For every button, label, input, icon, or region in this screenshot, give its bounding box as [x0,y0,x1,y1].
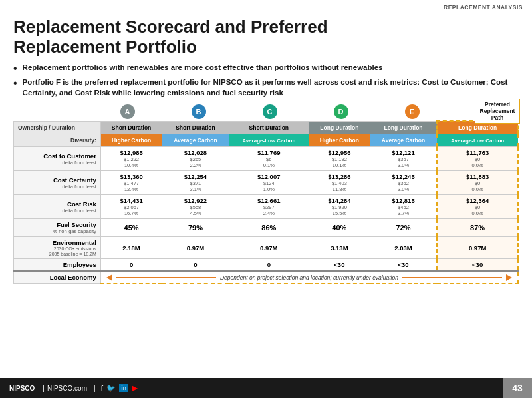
footer-sep: | [43,385,45,392]
table-wrap: A B C D E F Ownership / Duration Short D… [13,104,519,284]
cost-customer-label: Cost to Customer [17,152,96,160]
row-local-economy: Local Economy Dependent on project selec… [14,271,519,284]
th-e-ownership: Long Duration [370,121,437,134]
th-b-diversity: Average Carbon [162,134,229,147]
cost-risk-a: $14,431 $2,067 16.7% [100,195,162,219]
th-d-ownership: Long Duration [309,121,370,134]
employees-label: Employees [17,261,96,268]
col-letter-c: C [234,104,305,119]
cost-customer-c: $11,769 $6 0.1% [229,147,309,171]
row-environmental: Environmental 2030 CO₂ emissions2005 bas… [14,237,519,259]
col-letter-e: E [376,104,448,119]
bullet-text-2: Portfolio F is the preferred replacement… [23,77,519,98]
th-a-ownership: Short Duration [100,121,162,134]
cost-risk-f: $12,364 $0 0.0% [437,195,518,219]
fuel-security-label-cell: Fuel Security % non-gas capacity [14,219,101,237]
arrow-left-icon [106,274,112,281]
cost-customer-sub: delta from least [17,160,96,166]
th-diversity-label: Diversity: [14,134,101,147]
employees-e: <30 [370,259,437,272]
environmental-e: 2.03M [370,237,437,259]
cost-certainty-sub: delta from least [17,184,96,190]
circle-d: D [334,104,348,119]
local-economy-text: Dependent on project selection and locat… [220,274,398,281]
bullet-2: • Portfolio F is the preferred replaceme… [13,77,519,98]
cost-risk-b: $12,922 $558 4.5% [162,195,229,219]
fuel-security-c: 86% [229,219,309,237]
circle-c: C [263,104,277,119]
header-row-diversity: Diversity: Higher Carbon Average Carbon … [14,134,519,147]
cost-certainty-b: $12,254 $371 3.1% [162,171,229,195]
fuel-security-sub: % non-gas capacity [17,228,96,234]
fuel-security-f: 87% [437,219,518,237]
employees-c: 0 [229,259,309,272]
col-letter-a: A [92,104,163,119]
th-c-ownership: Short Duration [229,121,309,134]
th-e-diversity: Average Carbon [370,134,437,147]
th-d-diversity: Higher Carbon [309,134,370,147]
environmental-d: 3.13M [309,237,370,259]
main-title: Replacement Scorecard and Preferred Repl… [13,17,519,57]
th-f-diversity: Average-Low Carbon [437,134,518,147]
cost-risk-c: $12,661 $297 2.4% [229,195,309,219]
page: REPLACEMENT ANALYSIS Replacement Scoreca… [0,0,532,398]
footer-social-icons: f 🐦 in ▶ [101,383,138,393]
footer: NIPSCO | NIPSCO.com | f 🐦 in ▶ 43 [0,378,532,398]
environmental-b: 0.97M [162,237,229,259]
employees-b: 0 [162,259,229,272]
col-letters-spacer [13,104,92,119]
fuel-security-d: 40% [309,219,370,237]
local-economy-arrow-cell: Dependent on project selection and locat… [100,271,518,284]
cost-customer-b: $12,028 $265 2.2% [162,147,229,171]
linkedin-icon[interactable]: in [119,384,128,392]
row-cost-customer: Cost to Customer delta from least $12,98… [14,147,519,171]
th-c-diversity: Average-Low Carbon [229,134,309,147]
top-label: REPLACEMENT ANALYSIS [444,4,523,11]
row-fuel-security: Fuel Security % non-gas capacity 45% 79%… [14,219,519,237]
cost-certainty-f: $11,883 $0 0.0% [437,171,518,195]
environmental-label-cell: Environmental 2030 CO₂ emissions2005 bas… [14,237,101,259]
circle-e: E [405,104,420,119]
cost-certainty-e: $12,245 $362 3.0% [370,171,437,195]
employees-a: 0 [100,259,162,272]
twitter-icon[interactable]: 🐦 [106,384,116,393]
footer-sep2: | [94,385,96,392]
cost-customer-d: $12,956 $1,192 10.1% [309,147,370,171]
fuel-security-label: Fuel Security [17,221,96,228]
environmental-f: 0.97M [437,237,518,259]
cost-certainty-a: $13,360 $1,477 12.4% [100,171,162,195]
fuel-security-e: 72% [370,219,437,237]
facebook-icon[interactable]: f [101,383,104,393]
scorecard-table: Ownership / Duration Short Duration Shor… [13,120,519,284]
row-cost-certainty: Cost Certainty delta from least $13,360 … [14,171,519,195]
footer-logo: NIPSCO [9,385,35,392]
bullet-1: • Replacement portfolios with renewables… [13,63,519,75]
bullets: • Replacement portfolios with renewables… [13,63,519,99]
cost-risk-e: $12,815 $452 3.7% [370,195,437,219]
cost-risk-sub: delta from least [17,208,96,214]
bullet-text-1: Replacement portfolios with renewables a… [23,63,383,73]
cost-certainty-label: Cost Certainty [17,176,96,184]
local-economy-arrow-bar: Dependent on project selection and locat… [106,274,512,281]
footer-website: NIPSCO.com [47,385,87,392]
bullet-dot-1: • [13,63,17,75]
employees-d: <30 [309,259,370,272]
environmental-label: Environmental [17,239,96,246]
cost-customer-a: $12,985 $1,222 10.4% [100,147,162,171]
cost-certainty-label-cell: Cost Certainty delta from least [14,171,101,195]
environmental-c: 0.97M [229,237,309,259]
footer-page-number: 43 [503,378,532,398]
th-b-ownership: Short Duration [162,121,229,134]
youtube-icon[interactable]: ▶ [132,383,138,393]
col-letters: A B C D E F [13,104,519,119]
cost-certainty-c: $12,007 $124 1.0% [229,171,309,195]
environmental-sub: 2030 CO₂ emissions2005 baseline = 18.2M [17,246,96,256]
header-row-ownership: Ownership / Duration Short Duration Shor… [14,121,519,134]
local-economy-label: Local Economy [17,274,96,281]
bullet-dot-2: • [13,77,17,89]
fuel-security-b: 79% [162,219,229,237]
arrow-line-right [402,277,502,278]
col-letter-d: D [305,104,376,119]
cost-customer-e: $12,121 $357 3.0% [370,147,437,171]
cost-certainty-d: $13,286 $1,403 11.8% [309,171,370,195]
